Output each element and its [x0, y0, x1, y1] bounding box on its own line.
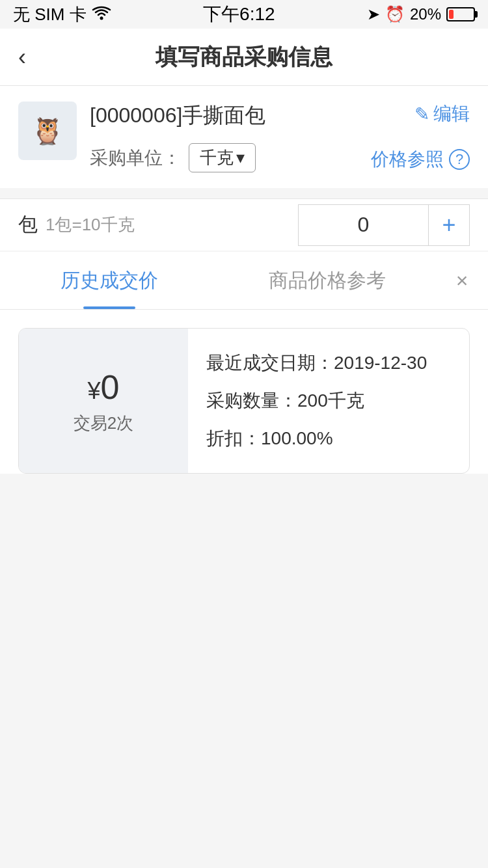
nav-bar: ‹ 填写商品采购信息 — [0, 29, 488, 86]
content-area — [0, 492, 488, 868]
edit-label: 编辑 — [433, 102, 470, 126]
tab-close-button[interactable]: × — [436, 252, 488, 309]
history-quantity: 采购数量：200千克 — [206, 387, 451, 414]
quantity-input-group: + — [298, 204, 470, 246]
quantity-input[interactable] — [298, 204, 428, 246]
quantity-value-text: 200千克 — [297, 390, 364, 411]
tab-history-label: 历史成交价 — [61, 267, 158, 294]
history-left: ¥0 交易2次 — [19, 329, 188, 473]
product-owl-icon: 🦉 — [31, 116, 64, 146]
unit-value: 千克 — [200, 146, 234, 169]
battery-indicator — [446, 7, 475, 21]
price-ref-label: 价格参照 — [371, 147, 444, 172]
product-header: 🦉 [0000006]手撕面包 采购单位： 千克 ▾ ✎ 编辑 价格参照 — [18, 102, 470, 172]
history-discount: 折扣：100.00% — [206, 425, 451, 452]
carrier-text: 无 SIM 卡 — [13, 3, 87, 26]
history-count: 交易2次 — [74, 412, 133, 435]
quantity-label-text: 采购数量： — [206, 390, 297, 411]
package-label: 包 — [18, 211, 38, 238]
quantity-plus-button[interactable]: + — [428, 204, 470, 246]
package-unit: 1包=10千克 — [46, 213, 135, 236]
product-card: 🦉 [0000006]手撕面包 采购单位： 千克 ▾ ✎ 编辑 价格参照 — [0, 86, 488, 188]
quantity-row: 包 1包=10千克 + — [0, 198, 488, 251]
last-date-label: 最近成交日期： — [206, 353, 334, 373]
unit-label: 采购单位： — [90, 146, 181, 170]
product-thumbnail: 🦉 — [18, 102, 77, 160]
history-last-date: 最近成交日期：2019-12-30 — [206, 349, 451, 377]
price-ref-button[interactable]: 价格参照 ? — [371, 147, 470, 172]
dropdown-icon: ▾ — [236, 148, 245, 168]
tab-product-label: 商品价格参考 — [269, 267, 386, 294]
quantity-label: 包 1包=10千克 — [18, 211, 135, 238]
tabs-header: 历史成交价 商品价格参考 × — [0, 252, 488, 310]
location-icon: ➤ — [367, 5, 380, 23]
history-card: ¥0 交易2次 最近成交日期：2019-12-30 采购数量：200千克 折扣：… — [18, 328, 470, 474]
status-bar-left: 无 SIM 卡 — [13, 3, 111, 26]
discount-label: 折扣： — [206, 428, 261, 448]
page-title: 填写商品采购信息 — [156, 42, 332, 72]
history-right: 最近成交日期：2019-12-30 采购数量：200千克 折扣：100.00% — [188, 329, 469, 473]
help-icon: ? — [449, 149, 470, 170]
edit-button[interactable]: ✎ 编辑 — [414, 102, 470, 126]
discount-value: 100.00% — [261, 428, 333, 448]
tab-history-price[interactable]: 历史成交价 — [0, 252, 218, 309]
tabs-panel: 历史成交价 商品价格参考 × ¥0 交易2次 最近成交日期：2019-12-30… — [0, 252, 488, 474]
svg-point-0 — [100, 16, 103, 20]
status-bar-right: ➤ ⏰ 20% — [367, 5, 475, 23]
back-button[interactable]: ‹ — [18, 44, 26, 71]
product-unit-row: 采购单位： 千克 ▾ — [90, 143, 265, 172]
product-info: [0000006]手撕面包 采购单位： 千克 ▾ — [90, 102, 265, 172]
last-date-value: 2019-12-30 — [334, 353, 427, 373]
status-bar: 无 SIM 卡 下午6:12 ➤ ⏰ 20% — [0, 0, 488, 29]
tab-product-price[interactable]: 商品价格参考 — [218, 252, 436, 309]
alarm-icon: ⏰ — [385, 5, 405, 23]
product-name: [0000006]手撕面包 — [90, 102, 265, 130]
price-value: 0 — [101, 368, 120, 406]
wifi-icon — [92, 5, 111, 25]
currency-symbol: ¥ — [88, 377, 101, 404]
status-bar-time: 下午6:12 — [203, 2, 275, 27]
edit-icon: ✎ — [414, 103, 429, 125]
history-price: ¥0 — [88, 368, 120, 407]
product-left: 🦉 [0000006]手撕面包 采购单位： 千克 ▾ — [18, 102, 265, 172]
unit-badge[interactable]: 千克 ▾ — [189, 143, 256, 172]
battery-percent: 20% — [410, 5, 441, 23]
